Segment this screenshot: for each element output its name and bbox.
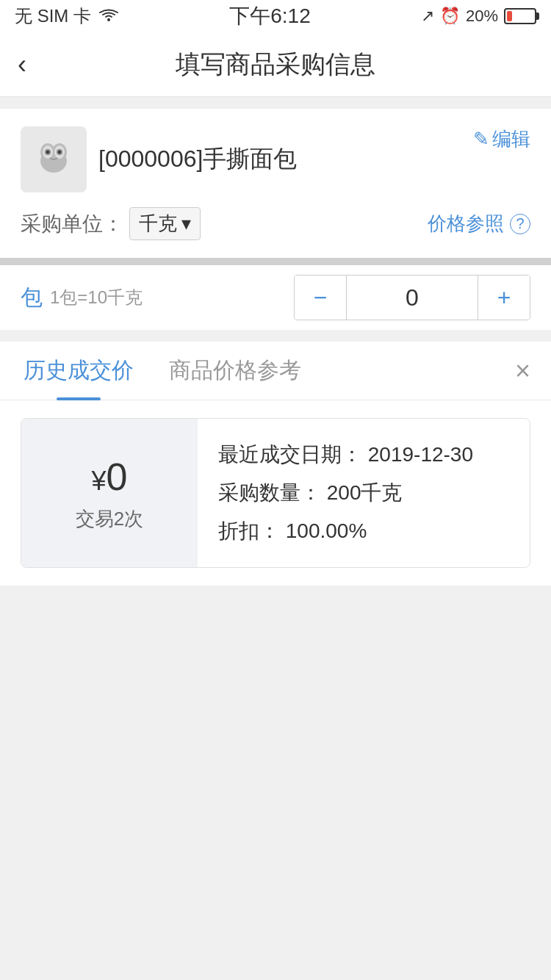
transaction-date-row: 最近成交日期： 2019-12-30 [218,441,509,469]
tab-close-button[interactable]: × [515,356,530,386]
package-note: 1包=10千克 [50,286,143,309]
price-value: 0 [107,455,128,498]
history-price-display: ¥0 [92,455,128,499]
edit-button[interactable]: ✎ 编辑 [473,126,530,152]
svg-point-9 [58,151,61,154]
discount-row: 折扣： 100.00% [218,517,509,545]
product-name: [0000006]手撕面包 [98,143,297,176]
product-card: [0000006]手撕面包 ✎ 编辑 采购单位： 千克 ▾ 价格参照 ? [0,109,551,258]
wifi-icon [98,6,119,26]
package-icon: 包 [21,283,43,313]
time-display: 下午6:12 [229,2,311,30]
history-content: ¥0 交易2次 最近成交日期： 2019-12-30 采购数量： 200千克 折… [0,400,551,586]
history-card: ¥0 交易2次 最近成交日期： 2019-12-30 采购数量： 200千克 折… [21,418,530,568]
unit-value: 千克 [139,211,177,237]
price-ref-button[interactable]: 价格参照 ? [428,211,530,237]
product-unit-row: 采购单位： 千克 ▾ 价格参照 ? [21,207,530,240]
discount-value: 100.00% [286,519,367,542]
main-background [0,586,551,980]
qty-value: 200千克 [327,481,403,504]
tab-history-price[interactable]: 历史成交价 [21,342,137,400]
product-owl-icon [33,136,74,184]
status-bar: 无 SIM 卡 下午6:12 ↗ ⏰ 20% [0,0,551,32]
quantity-decrease-button[interactable]: − [295,275,346,320]
quantity-input[interactable] [346,275,478,320]
tab-price-label: 商品价格参考 [169,356,301,386]
history-detail-panel: 最近成交日期： 2019-12-30 采购数量： 200千克 折扣： 100.0… [198,419,530,567]
tab-header: 历史成交价 商品价格参考 × [0,342,551,400]
battery-icon [504,8,536,24]
tab-price-ref[interactable]: 商品价格参考 [166,342,304,400]
svg-point-0 [107,18,110,21]
product-header: [0000006]手撕面包 ✎ 编辑 [21,126,530,192]
quantity-unit-info: 包 1包=10千克 [21,283,143,313]
trade-count: 交易2次 [76,506,143,532]
unit-label-text: 采购单位： [21,210,123,238]
location-icon: ↗ [421,7,434,26]
price-ref-question-icon: ? [510,214,530,234]
date-label: 最近成交日期： [218,443,362,466]
unit-selector: 采购单位： 千克 ▾ [21,207,201,240]
qty-label: 采购数量： [218,481,321,504]
quantity-control: − + [294,275,530,320]
status-right: ↗ ⏰ 20% [421,7,536,26]
nav-bar: ‹ 填写商品采购信息 [0,32,551,97]
discount-label: 折扣： [218,519,280,542]
purchase-qty-row: 采购数量： 200千克 [218,479,509,507]
product-left: [0000006]手撕面包 [21,126,297,192]
carrier-label: 无 SIM 卡 [15,4,91,28]
edit-label: 编辑 [492,126,530,152]
date-value: 2019-12-30 [368,443,473,466]
currency-symbol: ¥ [92,466,107,496]
unit-dropdown[interactable]: 千克 ▾ [129,207,201,240]
page-title: 填写商品采购信息 [176,48,375,82]
tab-list: 历史成交价 商品价格参考 [21,342,304,400]
alarm-icon: ⏰ [440,7,460,26]
svg-point-8 [46,151,49,154]
status-left: 无 SIM 卡 [15,4,119,28]
back-button[interactable]: ‹ [18,49,26,80]
quantity-increase-button[interactable]: + [478,275,530,320]
product-thumbnail [21,126,87,192]
tab-history-label: 历史成交价 [24,356,134,386]
dropdown-arrow-icon: ▾ [181,212,191,235]
history-price-panel: ¥0 交易2次 [21,419,198,567]
tab-panel: 历史成交价 商品价格参考 × ¥0 交易2次 最近成交日期： 2019-12-3… [0,342,551,586]
battery-percent: 20% [466,7,498,26]
quantity-row: 包 1包=10千克 − + [0,265,551,330]
price-ref-label: 价格参照 [428,211,504,237]
section-divider [0,258,551,265]
edit-icon: ✎ [473,128,489,151]
